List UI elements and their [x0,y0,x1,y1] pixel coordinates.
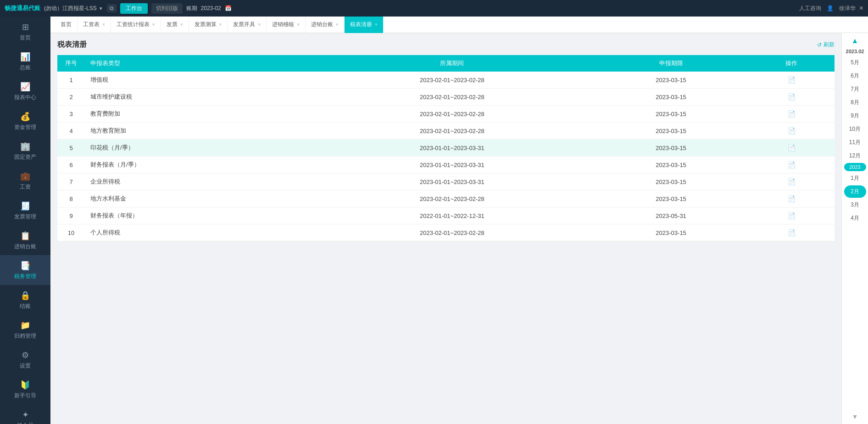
action-icon[interactable]: 📄 [788,93,796,100]
cell-action[interactable]: 📄 [749,106,835,123]
cell-index: 2 [57,89,85,106]
tab-close-purchase-ledger[interactable]: × [336,22,339,27]
cell-action[interactable]: 📄 [749,173,835,190]
user-avatar[interactable]: 👤 [827,5,834,11]
tab-close-invoice-calc[interactable]: × [219,22,222,27]
calendar-month-12[interactable]: 12月 [844,150,866,162]
col-period: 所属期间 [311,55,593,72]
tab-close-purchase-check[interactable]: × [297,22,300,27]
tab-purchase-ledger[interactable]: 进销台账 × [306,17,345,33]
sidebar-item-purchase[interactable]: 📋 进销台账 [0,225,50,255]
cell-action[interactable]: 📄 [749,89,835,106]
tab-invoice-calc[interactable]: 发票测算 × [189,17,228,33]
top-close-button[interactable]: × [859,4,863,12]
cell-deadline: 2023-03-15 [593,106,749,123]
cell-action[interactable]: 📄 [749,207,835,224]
tab-salary-table[interactable]: 工资表 × [78,17,111,33]
cell-period: 2023-02-01~2023-02-28 [311,190,593,207]
user-name[interactable]: 徐泽华 [839,5,856,12]
action-icon[interactable]: 📄 [788,76,796,84]
tab-close-invoice-open[interactable]: × [258,22,261,27]
settings-icon: ⚙ [22,350,29,360]
sidebar-item-settings[interactable]: ⚙ 设置 [0,345,50,374]
refresh-button[interactable]: ↺ 刷新 [817,41,835,49]
cell-action[interactable]: 📄 [749,156,835,173]
archive-icon: 📁 [20,320,30,330]
sidebar-item-tax[interactable]: 📑 税务管理 [0,255,50,285]
cell-index: 10 [57,224,85,241]
cell-action[interactable]: 📄 [749,123,835,139]
calendar-month-8[interactable]: 8月 [844,96,866,109]
workbench-button[interactable]: 工作台 [120,3,148,14]
tab-close-invoice[interactable]: × [180,22,183,27]
cell-action[interactable]: 📄 [749,72,835,89]
tab-home[interactable]: 首页 [55,17,78,33]
action-icon[interactable]: 📄 [788,161,796,168]
sidebar-item-report[interactable]: 📈 报表中心 [0,76,50,106]
calendar-month-3[interactable]: 3月 [844,199,866,211]
page-content: 税表清册 ↺ 刷新 序号 申报表类型 所属期间 申报期限 操作 [50,33,868,424]
tab-purchase-check[interactable]: 进销稽核 × [267,17,306,33]
cell-action[interactable]: 📄 [749,139,835,156]
tab-tax-register[interactable]: 税表清册 × [345,17,384,33]
calendar-month-1[interactable]: 1月 [844,172,866,184]
sidebar-item-ledger[interactable]: 📊 总账 [0,46,50,76]
sidebar-item-close[interactable]: 🔒 结账 [0,285,50,315]
calendar-up-btn[interactable]: ▲ [850,35,861,47]
action-icon[interactable]: 📄 [788,229,796,236]
sidebar-item-archive[interactable]: 📁 归档管理 [0,315,50,345]
tab-invoice[interactable]: 发票 × [161,17,189,33]
calendar-down-btn[interactable]: ▼ [850,411,860,422]
tab-close-tax-register[interactable]: × [375,22,378,27]
tab-bar: 首页 工资表 × 工资统计报表 × 发票 × 发票测算 × 发票开具 × [50,17,868,33]
calendar-year-2023-badge[interactable]: 2023 [844,163,866,171]
calendar-month-9[interactable]: 9月 [844,110,866,122]
cell-deadline: 2023-03-15 [593,139,749,156]
action-icon[interactable]: 📄 [788,212,796,219]
calendar-month-10[interactable]: 10月 [844,123,866,135]
tab-salary-report[interactable]: 工资统计报表 × [111,17,161,33]
sidebar-item-fund[interactable]: 💰 资金管理 [0,106,50,136]
cell-action[interactable]: 📄 [749,224,835,241]
action-icon[interactable]: 📄 [788,144,796,151]
calendar-month-11[interactable]: 11月 [844,136,866,149]
sidebar-item-member[interactable]: ✦ 畅会员 [0,404,50,424]
copy-icon-btn[interactable]: ⧉ [107,4,117,12]
table-row: 8 地方水利基金 2023-02-01~2023-02-28 2023-03-1… [57,190,835,207]
fund-icon: 💰 [20,112,30,122]
company-dropdown-icon[interactable]: ▼ [99,6,103,11]
switch-old-button[interactable]: 切到旧版 [151,3,183,14]
tab-close-salary[interactable]: × [102,22,105,27]
cell-index: 7 [57,173,85,190]
sidebar-item-guide[interactable]: 🔰 新手引导 [0,374,50,404]
cell-period: 2023-02-01~2023-02-28 [311,89,593,106]
calendar-month-4[interactable]: 4月 [844,212,866,224]
main-panel: 税表清册 ↺ 刷新 序号 申报表类型 所属期间 申报期限 操作 [50,33,841,424]
company-selector[interactable]: (勿动）江西报星-LSS ▼ [44,5,103,12]
sidebar-item-invoice[interactable]: 🧾 发票管理 [0,195,50,225]
cell-deadline: 2023-03-15 [593,224,749,241]
tab-close-salary-report[interactable]: × [152,22,155,27]
cell-deadline: 2023-03-15 [593,89,749,106]
sidebar-item-home[interactable]: ⊞ 首页 [0,17,50,46]
sidebar-item-salary[interactable]: 💼 工资 [0,166,50,195]
calendar-month-6[interactable]: 6月 [844,70,866,82]
calendar-month-5[interactable]: 5月 [844,56,866,69]
tab-invoice-open[interactable]: 发票开具 × [228,17,267,33]
calendar-icon[interactable]: 📅 [225,5,232,11]
sidebar-item-asset[interactable]: 🏢 固定资产 [0,136,50,166]
human-consult-btn[interactable]: 人工咨询 [799,5,821,12]
refresh-icon: ↺ [817,42,822,48]
calendar-month-7[interactable]: 7月 [844,83,866,95]
cell-action[interactable]: 📄 [749,190,835,207]
cell-type: 教育费附加 [85,106,311,123]
action-icon[interactable]: 📄 [788,127,796,134]
asset-icon: 🏢 [20,141,30,151]
member-icon: ✦ [22,410,29,420]
col-action: 操作 [749,55,835,72]
calendar-month-2-active[interactable]: 2月 [844,185,866,198]
action-icon[interactable]: 📄 [788,195,796,202]
action-icon[interactable]: 📄 [788,178,796,185]
action-icon[interactable]: 📄 [788,110,796,117]
close-icon: 🔒 [20,290,30,301]
